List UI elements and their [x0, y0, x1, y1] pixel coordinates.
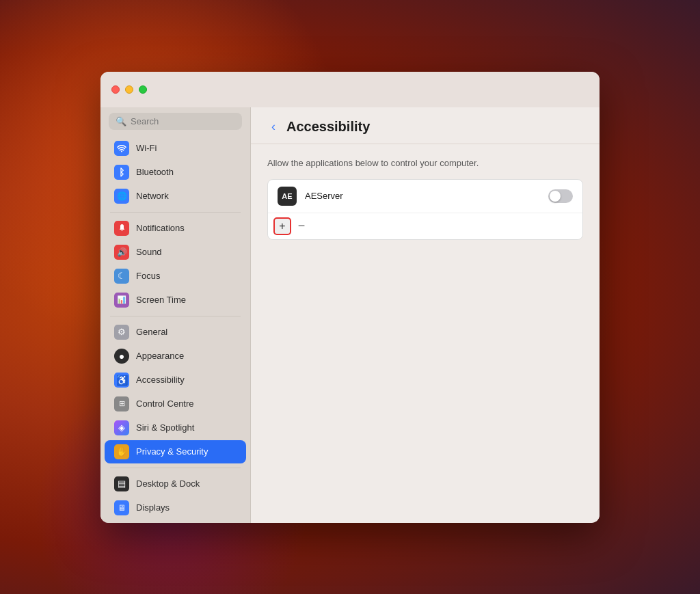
content-body: Allow the applications below to control … — [251, 144, 600, 523]
desktop-icon: ▤ — [114, 476, 129, 491]
divider-3 — [110, 468, 241, 468]
system-preferences-window: 🔍 Wi-Fi ᛒ Bluetooth — [100, 72, 600, 523]
page-title: Accessibility — [286, 119, 370, 135]
sidebar-section-middle1: Notifications 🔊 Sound ☾ Focus 📊 Screen T… — [100, 217, 250, 312]
screentime-icon: 📊 — [114, 293, 129, 308]
sidebar: 🔍 Wi-Fi ᛒ Bluetooth — [100, 107, 251, 523]
window-body: 🔍 Wi-Fi ᛒ Bluetooth — [100, 107, 600, 523]
sidebar-item-network-label: Network — [136, 191, 169, 201]
sidebar-item-general-label: General — [136, 327, 167, 337]
sidebar-item-notifications-label: Notifications — [136, 223, 185, 233]
search-bar[interactable]: 🔍 — [109, 113, 242, 130]
sidebar-item-network[interactable]: 🌐 Network — [105, 185, 246, 208]
aeserver-toggle[interactable] — [548, 189, 573, 203]
search-icon: 🔍 — [116, 116, 126, 126]
list-controls: + − — [268, 213, 582, 239]
app-list: AE AEServer + − — [267, 179, 583, 240]
divider-1 — [110, 212, 241, 213]
sidebar-section-middle2: ⚙ General ● Appearance ♿ Accessibility ⊞… — [100, 321, 250, 463]
displays-icon: 🖥 — [114, 500, 129, 515]
sidebar-item-accessibility-label: Accessibility — [136, 375, 185, 385]
minimize-button[interactable] — [125, 85, 133, 94]
appearance-icon: ● — [114, 349, 129, 364]
sidebar-item-desktop[interactable]: ▤ Desktop & Dock — [105, 472, 246, 496]
bluetooth-icon: ᛒ — [114, 165, 129, 180]
titlebar — [100, 72, 600, 107]
accessibility-icon: ♿ — [114, 373, 129, 388]
sidebar-item-screentime-label: Screen Time — [136, 295, 186, 305]
sidebar-item-wallpaper[interactable]: 🌅 Wallpaper — [105, 520, 246, 523]
divider-2 — [110, 316, 241, 316]
network-icon: 🌐 — [114, 189, 129, 204]
sidebar-item-focus[interactable]: ☾ Focus — [105, 265, 246, 288]
siri-icon: ◈ — [114, 420, 129, 435]
sidebar-item-siri-label: Siri & Spotlight — [136, 422, 194, 433]
controlcentre-icon: ⊞ — [114, 396, 129, 411]
description-text: Allow the applications below to control … — [267, 158, 583, 168]
remove-app-button[interactable]: − — [293, 217, 310, 235]
sidebar-item-controlcentre-label: Control Centre — [136, 399, 194, 409]
general-icon: ⚙ — [114, 325, 129, 340]
sidebar-item-general[interactable]: ⚙ General — [105, 321, 246, 344]
sound-icon: 🔊 — [114, 245, 129, 260]
sidebar-item-privacy[interactable]: ✋ Privacy & Security — [105, 440, 246, 463]
search-input[interactable] — [131, 116, 235, 126]
traffic-lights — [111, 85, 147, 94]
sidebar-item-privacy-label: Privacy & Security — [136, 446, 208, 457]
sidebar-item-focus-label: Focus — [136, 271, 160, 281]
aeserver-icon: AE — [278, 187, 297, 206]
sidebar-item-sound[interactable]: 🔊 Sound — [105, 241, 246, 264]
sidebar-item-wifi-label: Wi-Fi — [136, 143, 157, 153]
add-app-button[interactable]: + — [273, 217, 291, 235]
main-content: ‹ Accessibility Allow the applications b… — [251, 107, 600, 523]
notifications-icon — [114, 221, 129, 236]
privacy-icon: ✋ — [114, 444, 129, 459]
aeserver-name: AEServer — [305, 191, 540, 201]
sidebar-item-siri[interactable]: ◈ Siri & Spotlight — [105, 416, 246, 440]
app-row-aeserver: AE AEServer — [268, 180, 582, 213]
sidebar-item-bluetooth-label: Bluetooth — [136, 167, 174, 177]
content-header: ‹ Accessibility — [251, 107, 600, 144]
sidebar-item-displays[interactable]: 🖥 Displays — [105, 496, 246, 519]
sidebar-item-appearance[interactable]: ● Appearance — [105, 345, 246, 368]
focus-icon: ☾ — [114, 269, 129, 284]
sidebar-item-bluetooth[interactable]: ᛒ Bluetooth — [105, 161, 246, 184]
sidebar-item-sound-label: Sound — [136, 247, 162, 257]
sidebar-item-desktop-label: Desktop & Dock — [136, 478, 200, 489]
sidebar-item-appearance-label: Appearance — [136, 351, 184, 361]
sidebar-item-accessibility[interactable]: ♿ Accessibility — [105, 368, 246, 392]
sidebar-item-controlcentre[interactable]: ⊞ Control Centre — [105, 392, 246, 416]
back-button[interactable]: ‹ — [267, 118, 280, 135]
wifi-icon — [114, 141, 129, 156]
close-button[interactable] — [111, 85, 120, 94]
sidebar-item-wifi[interactable]: Wi-Fi — [105, 137, 246, 160]
sidebar-item-displays-label: Displays — [136, 502, 170, 513]
sidebar-item-notifications[interactable]: Notifications — [105, 217, 246, 240]
maximize-button[interactable] — [139, 85, 147, 94]
sidebar-item-screentime[interactable]: 📊 Screen Time — [105, 288, 246, 312]
sidebar-section-top: Wi-Fi ᛒ Bluetooth 🌐 Network — [100, 137, 250, 208]
sidebar-section-bottom: ▤ Desktop & Dock 🖥 Displays 🌅 Wallpaper … — [100, 472, 250, 523]
